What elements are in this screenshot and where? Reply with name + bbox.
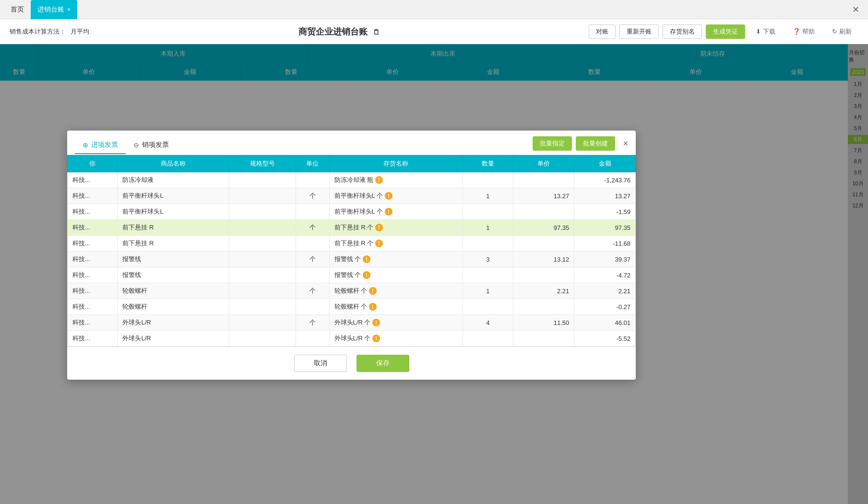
cell-spec [229,188,296,204]
cell-stock-name: 轮毂螺杆 个 ! [329,299,463,315]
table-row[interactable]: 科技...外球头L/R外球头L/R 个 !-5.52 [68,331,636,347]
warning-icon: ! [375,176,383,184]
cell-company: 科技... [68,252,118,267]
table-row[interactable]: 科技...防冻冷却液防冻冷却液 瓶 !-1,243.76 [68,172,636,188]
cell-company: 科技... [68,236,118,252]
cell-stock-name: 外球头L/R 个 ! [329,315,463,331]
th-product-name: 商品名称 [118,156,229,172]
table-row[interactable]: 科技...外球头L/R个外球头L/R 个 !411.5046.01 [68,315,636,331]
modal-tab-inbound[interactable]: ⊕ 进项发票 [75,137,126,154]
tab-ledger-close[interactable]: × [67,6,71,13]
warning-icon: ! [385,192,392,200]
cell-unit-price: 2.21 [513,283,574,299]
cell-product-name: 轮毂螺杆 [118,299,229,315]
table-row[interactable]: 科技...前下悬挂 R个前下悬挂 R 个 !197.3597.35 [68,220,636,236]
cell-amount: -0.27 [574,299,636,315]
warning-icon: ! [372,335,380,342]
cell-stock-name: 前下悬挂 R 个 ! [329,236,463,252]
save-button[interactable]: 保存 [357,355,409,372]
cell-unit-price [513,172,574,188]
modal-dialog: ⊕ 进项发票 ⊖ 销项发票 批量指定 批量创建 × [67,131,636,380]
cell-product-name: 外球头L/R [118,315,229,331]
modal-tab-outbound[interactable]: ⊖ 销项发票 [126,137,177,154]
cell-unit-price: 11.50 [513,315,574,331]
cost-method-label: 销售成本计算方法： 月平均 [10,27,89,36]
table-header-row: 你 商品名称 规格型号 单位 存 [68,156,636,172]
global-close-button[interactable]: ✕ [847,4,864,15]
th-quantity: 数量 [463,156,513,172]
modal-close-button[interactable]: × [623,139,628,152]
cell-unit-price: 97.35 [513,220,574,236]
cell-quantity [463,172,513,188]
tab-ledger[interactable]: 进销台账 × [31,0,77,19]
table-row[interactable]: 科技...报警线报警线 个 !-4.72 [68,267,636,283]
stock-alias-button[interactable]: 存货别名 [663,24,702,39]
cell-company: 科技... [68,267,118,283]
help-button[interactable]: ❓ 帮助 [786,25,821,38]
generate-button[interactable]: 生成凭证 [706,24,745,39]
cell-spec [229,283,296,299]
cell-spec [229,172,296,188]
cell-unit: 个 [296,252,329,267]
cell-quantity: 1 [463,188,513,204]
cell-stock-name: 轮毂螺杆 个 ! [329,283,463,299]
th-unit: 单位 [296,156,329,172]
cell-quantity: 1 [463,283,513,299]
batch-assign-button[interactable]: 批量指定 [533,136,572,151]
cell-company: 科技... [68,283,118,299]
cell-unit-price [513,204,574,220]
th-spec: 规格型号 [229,156,296,172]
cell-amount: 13.27 [574,188,636,204]
cell-amount: 39.37 [574,252,636,267]
table-row[interactable]: 科技...前平衡杆球头L个前平衡杆球头L 个 !113.2713.27 [68,188,636,204]
cell-company: 科技... [68,315,118,331]
cell-product-name: 轮毂螺杆 [118,283,229,299]
warning-icon: ! [369,303,377,311]
table-row[interactable]: 科技...前平衡杆球头L前平衡杆球头L 个 !-1.59 [68,204,636,220]
cell-company: 科技... [68,204,118,220]
cell-company: 科技... [68,331,118,347]
table-row[interactable]: 科技...报警线个报警线 个 !313.1239.37 [68,252,636,267]
tab-ledger-label: 进销台账 [37,5,64,14]
cell-amount: -1,243.76 [574,172,636,188]
cell-company: 科技... [68,299,118,315]
cell-stock-name: 报警线 个 ! [329,252,463,267]
cell-unit: 个 [296,188,329,204]
cell-product-name: 前下悬挂 R [118,236,229,252]
table-row[interactable]: 科技...轮毂螺杆轮毂螺杆 个 !-0.27 [68,299,636,315]
cell-unit [296,267,329,283]
cell-quantity: 3 [463,252,513,267]
warning-icon: ! [363,255,370,263]
refresh-icon: ↻ [832,28,837,35]
batch-create-button[interactable]: 批量创建 [576,136,615,151]
modal-header-actions: 批量指定 批量创建 [533,136,615,155]
cancel-button[interactable]: 取消 [294,355,347,372]
cell-quantity [463,204,513,220]
tab-home-label: 首页 [11,5,24,14]
cell-amount: 46.01 [574,315,636,331]
duizhang-button[interactable]: 对账 [589,24,616,39]
th-stock-name: 存货名称 [329,156,463,172]
reopen-button[interactable]: 重新开账 [619,24,659,39]
refresh-button[interactable]: ↻ 刷新 [825,25,858,38]
tab-bar: 首页 进销台账 × ✕ [0,0,868,19]
cell-stock-name: 前平衡杆球头L 个 ! [329,204,463,220]
tab-home[interactable]: 首页 [4,0,31,19]
cell-company: 科技... [68,220,118,236]
table-row[interactable]: 科技...轮毂螺杆个轮毂螺杆 个 !12.212.21 [68,283,636,299]
download-button[interactable]: ⬇ 下载 [749,25,782,38]
cell-product-name: 前平衡杆球头L [118,188,229,204]
cell-spec [229,252,296,267]
cell-unit [296,299,329,315]
bg-table-area: 本期入库 本期出库 期末结存 数量 单价 金额 数量 单价 [0,44,868,504]
cell-unit [296,204,329,220]
table-row[interactable]: 科技...前下悬挂 R前下悬挂 R 个 !-11.68 [68,236,636,252]
cell-amount: -11.68 [574,236,636,252]
th-company: 你 [68,156,118,172]
modal-table: 你 商品名称 规格型号 单位 存 [67,155,636,347]
cell-spec [229,331,296,347]
toolbar-buttons: 对账 重新开账 存货别名 生成凭证 ⬇ 下载 ❓ 帮助 ↻ 刷新 [589,24,858,39]
outbound-tab-icon: ⊖ [133,141,139,149]
download-icon: ⬇ [756,28,761,35]
cell-spec [229,315,296,331]
